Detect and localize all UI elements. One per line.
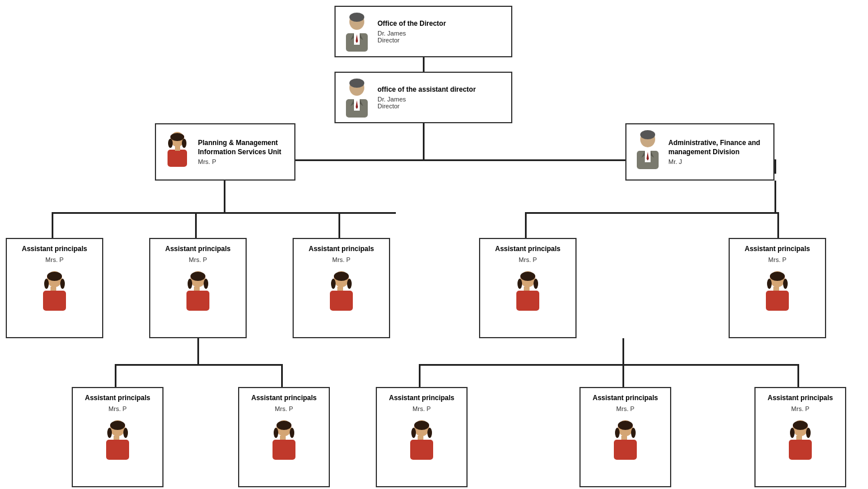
- svg-rect-40: [194, 287, 200, 291]
- svg-rect-20: [175, 146, 180, 151]
- row2-3-title: Assistant principals: [593, 394, 658, 403]
- conn-row2-3: [622, 364, 624, 387]
- svg-rect-96: [796, 436, 802, 440]
- row1-4-title: Assistant principals: [745, 245, 810, 254]
- row2-1-title: Assistant principals: [251, 394, 317, 403]
- svg-point-30: [47, 272, 62, 281]
- row2-node-0: Assistant principals Mrs. P: [72, 387, 164, 487]
- svg-rect-97: [789, 440, 812, 460]
- asst-director-name: Dr. James: [377, 96, 476, 103]
- svg-rect-34: [43, 291, 66, 311]
- row1-node-2: Assistant principals Mrs. P: [293, 238, 390, 338]
- svg-rect-69: [106, 440, 129, 460]
- asst-director-role: Director: [377, 103, 476, 109]
- asst-director-title: office of the assistant director: [377, 85, 476, 95]
- svg-rect-68: [114, 436, 119, 440]
- director-avatar: [341, 11, 373, 52]
- row1-node-0: Assistant principals Mrs. P: [6, 238, 103, 338]
- planning-title: Planning & Management Information Servic…: [198, 139, 289, 157]
- svg-point-59: [767, 279, 772, 289]
- svg-point-16: [170, 133, 184, 141]
- svg-rect-48: [330, 291, 353, 311]
- svg-point-18: [182, 139, 186, 148]
- svg-point-95: [806, 428, 811, 438]
- svg-point-66: [107, 428, 112, 438]
- svg-rect-47: [337, 287, 343, 291]
- row1-node-3: Assistant principals Mrs. P: [479, 238, 577, 338]
- conn-row1-1: [195, 212, 197, 238]
- conn-row1-2: [338, 212, 340, 238]
- row2-1-name: Mrs. P: [275, 405, 293, 412]
- row2-2-name: Mrs. P: [412, 405, 431, 412]
- svg-point-79: [414, 421, 429, 430]
- director-node: Office of the Director Dr. James Directo…: [334, 6, 512, 57]
- row1-3-title: Assistant principals: [495, 245, 560, 254]
- row1-node-1: Assistant principals Mrs. P: [149, 238, 247, 338]
- admin-finance-name: Mr. J: [668, 158, 768, 165]
- svg-point-46: [347, 279, 352, 289]
- svg-point-38: [188, 279, 192, 289]
- row2-3-name: Mrs. P: [616, 405, 635, 412]
- row2-2-title: Assistant principals: [389, 394, 454, 403]
- svg-point-1: [349, 13, 364, 22]
- conn-dir-asst: [423, 57, 425, 72]
- svg-rect-82: [418, 436, 423, 440]
- admin-finance-text: Administrative, Finance and management D…: [668, 139, 768, 165]
- svg-point-44: [334, 272, 349, 281]
- conn-row1-4: [777, 212, 779, 238]
- conn-row2-4: [797, 364, 799, 387]
- svg-point-22: [640, 130, 655, 139]
- conn-row1-3: [525, 212, 527, 238]
- svg-point-86: [618, 421, 633, 430]
- director-text: Office of the Director Dr. James Directo…: [377, 19, 446, 44]
- svg-point-73: [274, 428, 278, 438]
- svg-point-60: [783, 279, 788, 289]
- planning-name: Mrs. P: [198, 158, 289, 165]
- svg-rect-62: [766, 291, 789, 311]
- svg-rect-90: [614, 440, 637, 460]
- row1-3-name: Mrs. P: [519, 256, 537, 263]
- svg-rect-19: [168, 150, 187, 167]
- row1-node-4: Assistant principals Mrs. P: [729, 238, 826, 338]
- row2-4-name: Mrs. P: [791, 405, 809, 412]
- svg-point-17: [168, 139, 173, 148]
- row1-2-name: Mrs. P: [332, 256, 351, 263]
- planning-avatar: [162, 129, 193, 175]
- director-title: Office of the Director: [377, 19, 446, 29]
- svg-rect-54: [524, 287, 530, 291]
- conn-admin-up: [774, 159, 776, 174]
- conn-row1-0: [52, 212, 53, 238]
- svg-point-58: [770, 272, 785, 281]
- conn-row2-right: [419, 364, 797, 366]
- svg-rect-55: [516, 291, 539, 311]
- svg-point-67: [123, 428, 128, 438]
- svg-rect-83: [410, 440, 433, 460]
- row1-1-name: Mrs. P: [189, 256, 207, 263]
- conn-planning-down: [224, 181, 225, 212]
- row1-0-title: Assistant principals: [22, 245, 87, 254]
- conn-row2-0: [115, 364, 116, 387]
- svg-point-72: [277, 421, 291, 430]
- row2-node-4: Assistant principals Mrs. P: [754, 387, 846, 487]
- svg-point-80: [411, 428, 416, 438]
- row2-node-2: Assistant principals Mrs. P: [376, 387, 468, 487]
- svg-point-31: [44, 279, 49, 289]
- svg-rect-89: [621, 436, 627, 440]
- svg-point-51: [520, 272, 535, 281]
- svg-point-32: [60, 279, 65, 289]
- svg-rect-75: [280, 436, 286, 440]
- row1-1-title: Assistant principals: [165, 245, 231, 254]
- row2-0-title: Assistant principals: [85, 394, 150, 403]
- svg-point-52: [517, 279, 522, 289]
- assistant-director-node: office of the assistant director Dr. Jam…: [334, 72, 512, 123]
- director-role: Director: [377, 37, 446, 44]
- svg-point-37: [190, 272, 205, 281]
- planning-text: Planning & Management Information Servic…: [198, 139, 289, 165]
- conn-row2-1: [281, 364, 283, 387]
- conn-r1n1-down: [197, 338, 199, 364]
- conn-r1n3-down: [622, 338, 624, 364]
- svg-rect-61: [773, 287, 779, 291]
- svg-point-39: [204, 279, 208, 289]
- conn-row2-left: [115, 364, 281, 366]
- svg-point-45: [331, 279, 336, 289]
